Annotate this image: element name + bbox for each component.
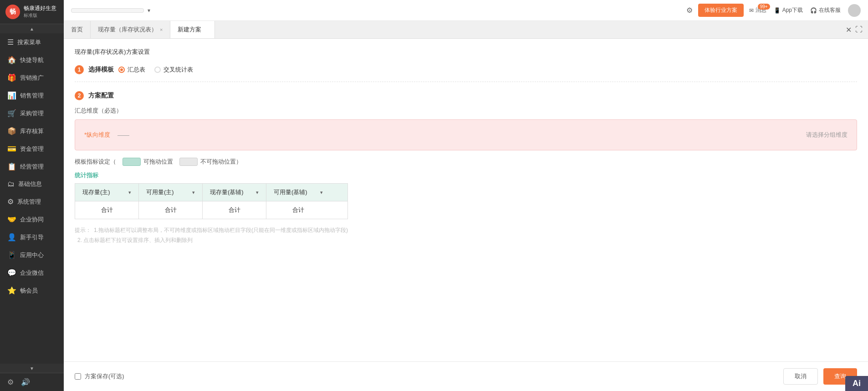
- search-dropdown-icon[interactable]: ▾: [148, 7, 150, 14]
- step1-section: 1 选择模板 汇总表 交叉统计表: [75, 65, 857, 82]
- sidebar-item-label: 应用中心: [20, 251, 44, 259]
- basic-info-icon: 🗂: [7, 180, 15, 188]
- sidebar-item-app-center[interactable]: 📱 应用中心: [0, 246, 64, 264]
- sidebar-item-finance[interactable]: 💳 资金管理: [0, 140, 64, 158]
- sidebar-footer: ⚙ 🔊: [0, 373, 64, 391]
- fixed-indicator: 不可拖动位置）: [179, 158, 242, 166]
- management-icon: 📋: [7, 162, 16, 171]
- search-box: [71, 8, 144, 13]
- sidebar-item-purchase[interactable]: 🛒 采购管理: [0, 104, 64, 122]
- tab-inventory-label: 现存量（库存状况表）: [98, 26, 157, 34]
- sidebar-item-label: 营销推广: [20, 74, 44, 82]
- tab-new-plan-label: 新建方案: [178, 26, 201, 34]
- expand-icon[interactable]: ⛶: [855, 26, 863, 34]
- step2-badge: 2: [75, 91, 84, 100]
- radio-summary[interactable]: 汇总表: [118, 66, 145, 74]
- headphone-icon: 🎧: [810, 7, 817, 14]
- sidebar-item-label: 新手引导: [20, 233, 44, 242]
- settings-icon[interactable]: ⚙: [7, 378, 14, 386]
- step1-title: 选择模板: [88, 66, 114, 74]
- industry-plan-button[interactable]: 体验行业方案: [698, 4, 744, 17]
- sidebar-item-label: 企业协同: [20, 216, 44, 224]
- app-download-badge[interactable]: 📱 App下载: [774, 6, 803, 14]
- dimension-select-placeholder: 请选择分组维度: [806, 131, 848, 139]
- online-service-label: 在线客服: [819, 6, 841, 14]
- dimension-required-label: *纵向维度: [84, 131, 110, 139]
- step1-header: 1 选择模板 汇总表 交叉统计表: [75, 65, 857, 74]
- main-area: ▾ ⚙ 体验行业方案 ✉ 消息 99+ 📱 App下载 🎧 在线客服 首页: [64, 0, 868, 391]
- home-icon: 🏠: [7, 56, 16, 64]
- stats-col-4-chevron[interactable]: ▾: [320, 190, 323, 196]
- sidebar-item-new-guide[interactable]: 👤 新手引导: [0, 228, 64, 246]
- stats-col-2-chevron[interactable]: ▾: [192, 190, 195, 196]
- sidebar-item-label: 畅会员: [20, 287, 38, 295]
- template-indicator-label: 模板指标设定（: [75, 158, 116, 166]
- sidebar-item-wechat[interactable]: 💬 企业微信: [0, 264, 64, 282]
- app-logo: 畅: [5, 5, 20, 19]
- tip-1-label: 提示：: [75, 226, 91, 236]
- movable-label: 可拖动位置: [143, 158, 173, 166]
- speaker-icon[interactable]: 🔊: [21, 378, 30, 386]
- topbar-search-area: ▾: [71, 7, 681, 14]
- ai-label: Ai: [853, 379, 861, 388]
- tab-new-plan[interactable]: 新建方案 ×: [170, 21, 214, 38]
- cooperation-icon: 🤝: [7, 215, 16, 224]
- app-download-label: App下载: [782, 6, 803, 14]
- stats-table-header: 现存量(主) ▾ 可用量(主) ▾ 现存量(基辅) ▾ 可用量(基辅): [75, 184, 347, 201]
- close-all-icon[interactable]: ✕: [846, 26, 852, 34]
- app-center-icon: 📱: [7, 251, 16, 259]
- tabbar: 首页 现存量（库存状况表） × 新建方案 × ✕ ⛶: [64, 21, 868, 39]
- sidebar-item-label: 库存核算: [20, 127, 44, 135]
- sidebar-item-management[interactable]: 📋 经营管理: [0, 158, 64, 175]
- message-badge[interactable]: ✉ 消息 99+: [749, 6, 766, 14]
- dimension-section-label: 汇总维度（必选）: [75, 107, 857, 115]
- chart-icon: 📊: [7, 91, 16, 100]
- radio-cross[interactable]: 交叉统计表: [154, 66, 193, 74]
- guide-icon: 👤: [7, 233, 16, 242]
- sidebar-item-quick-nav[interactable]: 🏠 快捷导航: [0, 51, 64, 69]
- template-radio-group: 汇总表 交叉统计表: [118, 66, 193, 74]
- sidebar-item-marketing[interactable]: 🎁 营销推广: [0, 69, 64, 87]
- ai-badge[interactable]: Ai: [845, 376, 868, 391]
- tab-home[interactable]: 首页: [64, 21, 91, 38]
- message-icon: ✉: [749, 7, 754, 14]
- stats-col-3-chevron[interactable]: ▾: [256, 190, 259, 196]
- cancel-button[interactable]: 取消: [783, 368, 818, 385]
- stats-col-3-header[interactable]: 现存量(基辅) ▾: [203, 184, 266, 201]
- sidebar-scroll-down[interactable]: ▼: [0, 364, 64, 373]
- message-count: 99+: [758, 4, 770, 10]
- stats-col-2-label: 可用量(主): [146, 188, 174, 196]
- sidebar-item-inventory[interactable]: 📦 库存核算: [0, 122, 64, 140]
- stats-col-1-header[interactable]: 现存量(主) ▾: [75, 184, 139, 201]
- sidebar-item-basic-info[interactable]: 🗂 基础信息: [0, 175, 64, 193]
- topbar-right: ✉ 消息 99+ 📱 App下载 🎧 在线客服: [749, 4, 861, 17]
- tip-2: 2. 点击标题栏下拉可设置排序、插入列和删除列: [75, 236, 857, 246]
- sidebar-item-system[interactable]: ⚙ 系统管理: [0, 193, 64, 211]
- sidebar-scroll-up[interactable]: ▲: [0, 24, 64, 33]
- sidebar-item-sales[interactable]: 📊 销售管理: [0, 87, 64, 104]
- tab-new-plan-close[interactable]: ×: [204, 27, 207, 32]
- tab-inventory[interactable]: 现存量（库存状况表） ×: [91, 21, 170, 38]
- tab-home-label: 首页: [71, 26, 83, 34]
- save-option: 方案保存(可选): [75, 372, 124, 381]
- dimension-box[interactable]: *纵向维度 —— 请选择分组维度: [75, 119, 857, 150]
- page-content: 现存量(库存状况表)方案设置 1 选择模板 汇总表 交叉统计表: [64, 39, 868, 361]
- save-checkbox[interactable]: [75, 373, 81, 380]
- stats-col-1-chevron[interactable]: ▾: [128, 190, 131, 196]
- stats-col-4-header[interactable]: 可用量(基辅) ▾: [266, 184, 330, 201]
- app-name: 畅康通好生意: [24, 5, 56, 12]
- stats-col-2-header[interactable]: 可用量(主) ▾: [139, 184, 203, 201]
- app-edition: 标准版: [24, 12, 56, 19]
- sidebar-nav: ☰ 搜索菜单 🏠 快捷导航 🎁 营销推广 📊 销售管理 🛒 采购管理 📦 库存核…: [0, 33, 64, 364]
- fixed-indicator-box: [179, 158, 198, 166]
- sidebar-item-cooperation[interactable]: 🤝 企业协同: [0, 211, 64, 228]
- sidebar-item-search-menu[interactable]: ☰ 搜索菜单: [0, 33, 64, 51]
- sidebar-item-member[interactable]: ⭐ 畅会员: [0, 282, 64, 299]
- step2-header: 2 方案配置: [75, 91, 857, 100]
- online-service-badge[interactable]: 🎧 在线客服: [810, 6, 841, 14]
- gear-icon[interactable]: ⚙: [686, 6, 693, 15]
- stats-col-4-label: 可用量(基辅): [274, 188, 307, 196]
- tab-inventory-close[interactable]: ×: [160, 27, 163, 32]
- user-avatar[interactable]: [848, 4, 861, 17]
- sidebar-item-label: 企业微信: [20, 269, 44, 277]
